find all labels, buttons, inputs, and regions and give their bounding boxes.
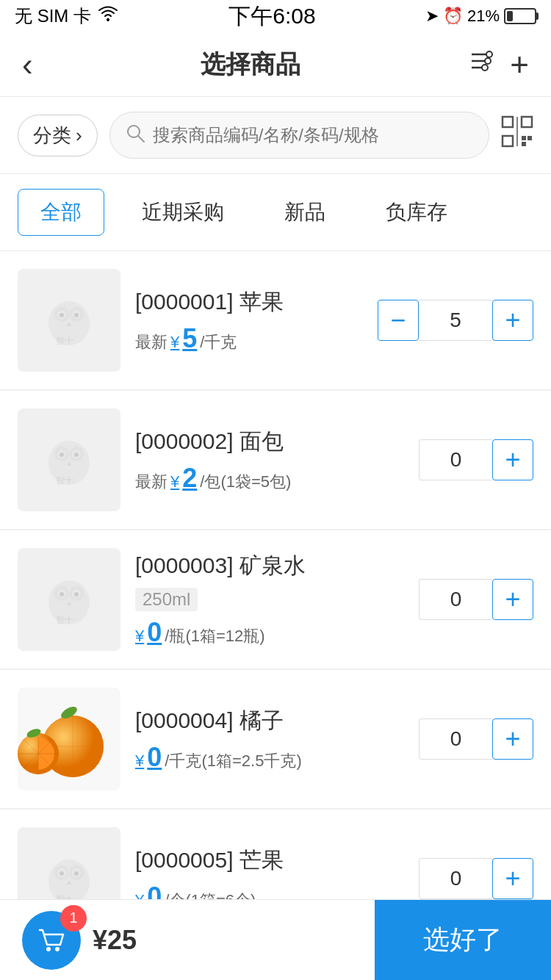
cart-icon-button[interactable]: 1 bbox=[22, 911, 81, 970]
svg-point-39 bbox=[60, 592, 64, 597]
product-spec: 250ml bbox=[135, 588, 198, 611]
quantity-increase-button[interactable]: + bbox=[492, 579, 533, 620]
search-input[interactable] bbox=[153, 125, 474, 145]
status-left: 无 SIM 卡 bbox=[15, 4, 119, 28]
svg-point-5 bbox=[485, 58, 491, 64]
svg-point-78 bbox=[55, 947, 60, 951]
quantity-control: + bbox=[419, 439, 533, 480]
bottom-bar: 1 ¥25 选好了 bbox=[0, 899, 551, 980]
product-name: [0000002] 面包 bbox=[135, 427, 404, 457]
battery-icon bbox=[504, 8, 536, 24]
svg-point-21 bbox=[60, 313, 64, 317]
product-price: ¥ 0 /瓶(1箱=12瓶) bbox=[135, 617, 404, 648]
wifi-icon bbox=[97, 6, 119, 26]
category-chevron-icon: › bbox=[76, 124, 82, 147]
filter-icon[interactable] bbox=[469, 48, 495, 81]
battery-percent: 21% bbox=[467, 7, 500, 26]
quantity-input[interactable] bbox=[419, 579, 492, 620]
product-info: [0000001] 苹果 最新 ¥ 5 /千克 bbox=[135, 287, 363, 354]
quantity-control: + bbox=[419, 858, 533, 899]
svg-rect-9 bbox=[503, 117, 513, 127]
svg-rect-14 bbox=[527, 136, 532, 140]
tab-recent[interactable]: 近期采购 bbox=[119, 189, 247, 236]
nav-right: + bbox=[469, 46, 529, 83]
svg-point-0 bbox=[107, 18, 109, 21]
quantity-increase-button[interactable]: + bbox=[492, 858, 533, 899]
alarm-icon: ⏰ bbox=[443, 7, 463, 26]
tab-new[interactable]: 新品 bbox=[262, 189, 348, 236]
product-name: [0000005] 芒果 bbox=[135, 846, 404, 876]
svg-text:智十: 智十 bbox=[56, 475, 73, 486]
svg-point-22 bbox=[74, 313, 79, 317]
svg-point-64 bbox=[74, 871, 79, 876]
cart-badge: 1 bbox=[60, 905, 87, 932]
product-image bbox=[18, 688, 120, 790]
svg-point-63 bbox=[60, 871, 64, 876]
nav-bar: ‹ 选择商品 + bbox=[0, 32, 551, 97]
svg-point-77 bbox=[46, 947, 51, 951]
product-name: [0000003] 矿泉水 bbox=[135, 551, 404, 581]
status-bar: 无 SIM 卡 下午6:08 ➤ ⏰ 21% bbox=[0, 0, 551, 32]
svg-rect-15 bbox=[522, 142, 526, 146]
quantity-increase-button[interactable]: + bbox=[492, 300, 533, 341]
product-item: 智十 [0000001] 苹果 最新 ¥ 5 /千克 − + bbox=[0, 251, 551, 389]
svg-point-6 bbox=[482, 65, 488, 71]
status-time: 下午6:08 bbox=[228, 1, 315, 32]
product-info: [0000004] 橘子 ¥ 0 /千克(1箱=2.5千克) bbox=[135, 706, 404, 773]
category-label: 分类 bbox=[33, 123, 71, 148]
carrier-text: 无 SIM 卡 bbox=[15, 4, 91, 28]
svg-line-8 bbox=[138, 136, 144, 142]
scan-icon[interactable] bbox=[501, 115, 533, 155]
svg-text:智十: 智十 bbox=[56, 336, 73, 346]
page-title: 选择商品 bbox=[201, 48, 300, 82]
quantity-control: + bbox=[419, 718, 533, 760]
cart-section: 1 ¥25 bbox=[0, 911, 375, 970]
tab-negative[interactable]: 负库存 bbox=[363, 189, 470, 236]
svg-rect-13 bbox=[522, 136, 526, 140]
cart-total: ¥25 bbox=[93, 925, 137, 956]
product-item: [0000004] 橘子 ¥ 0 /千克(1箱=2.5千克) + bbox=[0, 670, 551, 808]
quantity-input[interactable] bbox=[419, 858, 492, 899]
product-info: [0000003] 矿泉水 250ml ¥ 0 /瓶(1箱=12瓶) bbox=[135, 551, 404, 648]
category-button[interactable]: 分类 › bbox=[18, 115, 98, 156]
toolbar: 分类 › bbox=[0, 97, 551, 174]
product-price: 最新 ¥ 5 /千克 bbox=[135, 323, 363, 354]
filter-tabs: 全部 近期采购 新品 负库存 bbox=[0, 174, 551, 251]
product-image: 智十 bbox=[18, 548, 120, 651]
product-list: 智十 [0000001] 苹果 最新 ¥ 5 /千克 − + bbox=[0, 251, 551, 980]
svg-rect-11 bbox=[503, 136, 513, 146]
product-info: [0000002] 面包 最新 ¥ 2 /包(1袋=5包) bbox=[135, 427, 404, 494]
product-name: [0000001] 苹果 bbox=[135, 287, 363, 317]
confirm-button[interactable]: 选好了 bbox=[375, 900, 551, 981]
search-icon bbox=[125, 123, 145, 148]
status-right: ➤ ⏰ 21% bbox=[425, 7, 536, 26]
quantity-increase-button[interactable]: + bbox=[492, 439, 533, 480]
location-icon: ➤ bbox=[425, 7, 439, 26]
svg-point-4 bbox=[486, 51, 492, 57]
product-price: ¥ 0 /千克(1箱=2.5千克) bbox=[135, 742, 404, 773]
product-image: 智十 bbox=[18, 269, 120, 372]
quantity-control: + bbox=[419, 579, 533, 620]
back-button[interactable]: ‹ bbox=[22, 46, 33, 83]
quantity-input[interactable] bbox=[419, 300, 492, 341]
product-item: 智十 [0000002] 面包 最新 ¥ 2 /包(1袋=5包) + bbox=[0, 391, 551, 529]
quantity-control: − + bbox=[378, 300, 533, 341]
svg-point-30 bbox=[60, 453, 64, 457]
product-name: [0000004] 橘子 bbox=[135, 706, 404, 736]
product-price: 最新 ¥ 2 /包(1袋=5包) bbox=[135, 463, 404, 494]
quantity-increase-button[interactable]: + bbox=[492, 718, 533, 760]
product-item: 智十 [0000003] 矿泉水 250ml ¥ 0 /瓶(1箱=12瓶) + bbox=[0, 530, 551, 669]
search-box bbox=[109, 112, 489, 159]
svg-text:智十: 智十 bbox=[56, 615, 73, 625]
quantity-decrease-button[interactable]: − bbox=[378, 300, 419, 341]
nav-left: ‹ bbox=[22, 46, 33, 83]
quantity-input[interactable] bbox=[419, 718, 492, 760]
svg-rect-10 bbox=[522, 117, 532, 127]
svg-point-31 bbox=[74, 453, 79, 457]
svg-point-40 bbox=[74, 592, 79, 597]
quantity-input[interactable] bbox=[419, 439, 492, 480]
product-image: 智十 bbox=[18, 408, 120, 511]
tab-all[interactable]: 全部 bbox=[18, 189, 104, 236]
add-product-button[interactable]: + bbox=[510, 46, 529, 83]
